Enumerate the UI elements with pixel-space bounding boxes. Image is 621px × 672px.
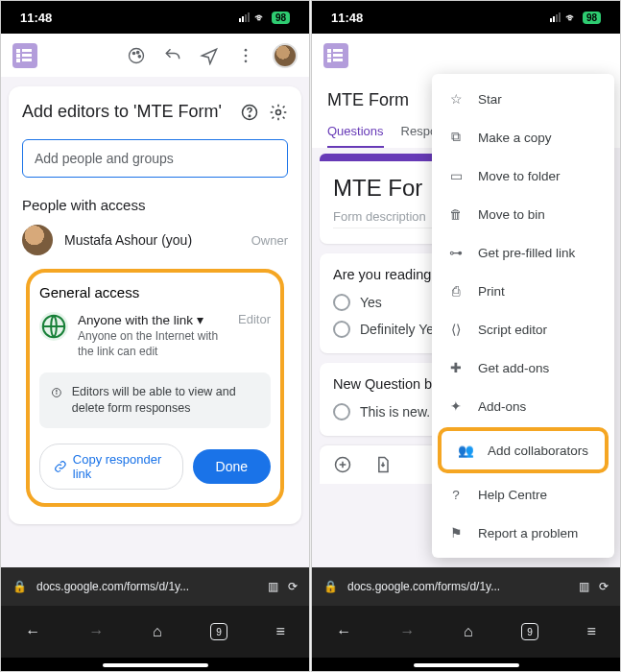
svg-point-8 bbox=[249, 115, 251, 117]
forward-icon[interactable]: → bbox=[400, 623, 416, 640]
svg-point-5 bbox=[245, 54, 248, 57]
palette-icon[interactable] bbox=[127, 46, 146, 65]
folder-icon: ▭ bbox=[447, 167, 465, 184]
dialog-title: Add editors to 'MTE Form' bbox=[22, 102, 230, 122]
avatar[interactable] bbox=[273, 43, 298, 68]
menu-report[interactable]: ⚑Report a problem bbox=[432, 514, 614, 552]
svg-point-6 bbox=[245, 60, 248, 62]
reload-icon[interactable]: ⟳ bbox=[599, 580, 609, 593]
reader-icon[interactable]: ▥ bbox=[268, 580, 278, 593]
menu-make-copy[interactable]: ⧉Make a copy bbox=[432, 118, 614, 156]
back-icon[interactable]: ← bbox=[336, 623, 351, 640]
feedback-icon: ⚑ bbox=[447, 524, 465, 541]
url-text: docs.google.com/forms/d/1y... bbox=[36, 580, 258, 593]
home-icon[interactable]: ⌂ bbox=[464, 623, 473, 640]
home-icon[interactable]: ⌂ bbox=[153, 623, 162, 640]
svg-point-4 bbox=[245, 48, 248, 51]
gear-icon[interactable] bbox=[269, 103, 288, 122]
chevron-down-icon: ▾ bbox=[197, 312, 203, 327]
app-toolbar bbox=[312, 34, 620, 77]
forward-icon[interactable]: → bbox=[89, 623, 105, 640]
battery-icon: 98 bbox=[583, 12, 601, 24]
copy-link-button[interactable]: Copy responder link bbox=[39, 444, 183, 490]
undo-icon[interactable] bbox=[163, 46, 182, 65]
globe-icon bbox=[39, 312, 68, 341]
help-icon: ? bbox=[447, 486, 465, 503]
lock-icon: 🔒 bbox=[12, 580, 27, 593]
svg-point-3 bbox=[138, 55, 140, 57]
link-icon bbox=[54, 459, 67, 474]
home-indicator bbox=[1, 658, 309, 671]
status-bar: 11:48 ᯤ 98 bbox=[312, 1, 620, 34]
code-icon: ⟨⟩ bbox=[447, 321, 465, 338]
forms-logo-icon[interactable] bbox=[323, 43, 348, 68]
link-access-subtitle: Anyone on the Internet with the link can… bbox=[78, 329, 228, 359]
browser-url-bar[interactable]: 🔒 docs.google.com/forms/d/1y... ▥ ⟳ bbox=[312, 567, 620, 606]
signal-icon bbox=[550, 12, 561, 22]
back-icon[interactable]: ← bbox=[25, 623, 40, 640]
menu-help[interactable]: ?Help Centre bbox=[432, 475, 614, 514]
menu-move-folder[interactable]: ▭Move to folder bbox=[432, 156, 614, 195]
link-access-dropdown[interactable]: Anyone with the link ▾ bbox=[78, 312, 228, 327]
copy-icon: ⧉ bbox=[447, 129, 465, 146]
signal-icon bbox=[239, 12, 250, 22]
link-icon: ⊶ bbox=[447, 244, 465, 261]
tabs-button[interactable]: 9 bbox=[210, 623, 227, 640]
browser-navbar: ← → ⌂ 9 ≡ bbox=[1, 606, 309, 658]
menu-move-bin[interactable]: 🗑Move to bin bbox=[432, 195, 614, 233]
person-avatar bbox=[22, 225, 53, 255]
general-access-highlight: General access Anyone with the link ▾ An… bbox=[26, 269, 284, 507]
svg-point-2 bbox=[137, 51, 139, 53]
menu-star[interactable]: ☆Star bbox=[432, 80, 614, 118]
tab-questions[interactable]: Questions bbox=[327, 124, 384, 148]
forms-logo-icon[interactable] bbox=[12, 43, 37, 68]
home-indicator bbox=[312, 658, 620, 671]
overflow-menu: ☆Star ⧉Make a copy ▭Move to folder 🗑Move… bbox=[432, 74, 614, 558]
add-question-icon[interactable] bbox=[333, 455, 352, 474]
browser-url-bar[interactable]: 🔒 docs.google.com/forms/d/1y... ▥ ⟳ bbox=[1, 567, 309, 606]
svg-point-1 bbox=[132, 52, 134, 54]
reload-icon[interactable]: ⟳ bbox=[288, 580, 298, 593]
status-time: 11:48 bbox=[331, 11, 363, 25]
svg-point-9 bbox=[276, 109, 281, 114]
app-toolbar bbox=[1, 34, 309, 77]
person-role: Owner bbox=[251, 233, 288, 248]
svg-point-0 bbox=[130, 48, 144, 62]
browser-navbar: ← → ⌂ 9 ≡ bbox=[312, 606, 620, 658]
add-people-input[interactable]: Add people and groups bbox=[22, 139, 288, 178]
battery-icon: 98 bbox=[272, 12, 290, 24]
print-icon: ⎙ bbox=[447, 282, 465, 300]
info-icon bbox=[51, 384, 62, 401]
tabs-button[interactable]: 9 bbox=[521, 623, 538, 640]
menu-get-addons[interactable]: ✚Get add-ons bbox=[432, 348, 614, 387]
reader-icon[interactable]: ▥ bbox=[579, 580, 589, 593]
menu-script-editor[interactable]: ⟨⟩Script editor bbox=[432, 310, 614, 348]
access-role[interactable]: Editor bbox=[238, 312, 271, 326]
menu-addons[interactable]: ✦Add-ons bbox=[432, 387, 614, 425]
status-bar: 11:48 ᯤ 98 bbox=[1, 1, 309, 34]
svg-point-12 bbox=[56, 391, 57, 392]
help-icon[interactable] bbox=[240, 103, 259, 122]
radio-icon bbox=[333, 403, 350, 420]
person-row[interactable]: Mustafa Ashour (you) Owner bbox=[22, 225, 288, 255]
import-icon[interactable] bbox=[373, 455, 393, 474]
menu-print[interactable]: ⎙Print bbox=[432, 272, 614, 310]
done-button[interactable]: Done bbox=[193, 449, 271, 484]
star-icon: ☆ bbox=[447, 90, 465, 108]
puzzle-icon: ✚ bbox=[447, 359, 465, 376]
menu-icon[interactable]: ≡ bbox=[275, 623, 284, 640]
share-dialog: Add editors to 'MTE Form' Add people and… bbox=[9, 86, 301, 524]
menu-prefilled-link[interactable]: ⊶Get pre-filled link bbox=[432, 233, 614, 272]
lock-icon: 🔒 bbox=[323, 580, 338, 593]
wifi-icon: ᯤ bbox=[565, 11, 578, 25]
radio-icon bbox=[333, 294, 350, 311]
people-heading: People with access bbox=[22, 197, 288, 213]
radio-icon bbox=[333, 321, 350, 338]
editor-info: Editors will be able to view and delete … bbox=[39, 372, 271, 428]
menu-add-collaborators[interactable]: 👥Add collaborators bbox=[442, 431, 605, 469]
wifi-icon: ᯤ bbox=[254, 11, 267, 25]
send-icon[interactable] bbox=[200, 46, 219, 65]
more-icon[interactable] bbox=[236, 46, 255, 65]
general-access-heading: General access bbox=[39, 284, 271, 300]
menu-icon[interactable]: ≡ bbox=[586, 623, 595, 640]
